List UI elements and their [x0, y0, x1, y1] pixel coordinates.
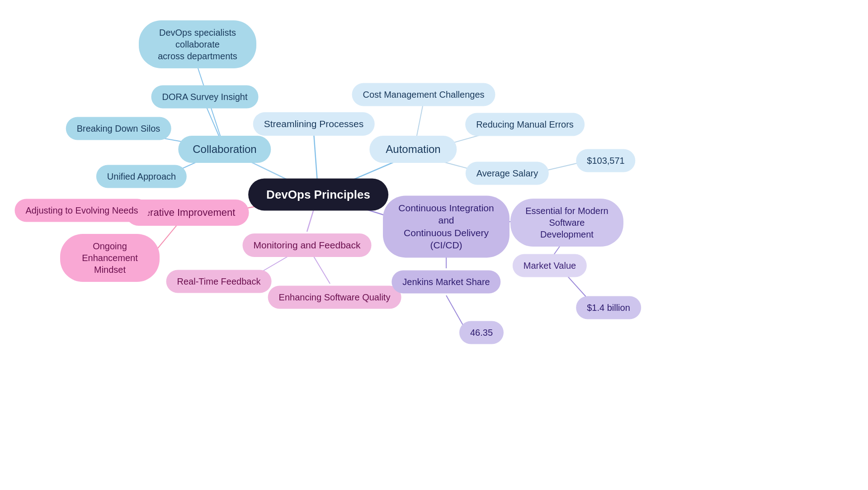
- breaking-down-silos-node: Breaking Down Silos: [66, 117, 171, 140]
- adjusting-node: Adjusting to Evolving Needs: [14, 199, 149, 222]
- monitoring-node: Monitoring and Feedback: [243, 233, 372, 257]
- automation-node: Automation: [369, 136, 457, 163]
- market-value-node: Market Value: [513, 254, 587, 277]
- center-node: DevOps Principles: [248, 179, 388, 211]
- devops-specialists-node: DevOps specialists collaborateacross dep…: [139, 20, 256, 68]
- collaboration-node: Collaboration: [178, 136, 271, 163]
- essential-node: Essential for Modern SoftwareDevelopment: [510, 199, 623, 247]
- market-value-num-node: $1.4 billion: [576, 296, 641, 319]
- ongoing-enhancement-node: Ongoing EnhancementMindset: [60, 234, 160, 282]
- mindmap-container: DevOps Principles Collaboration DevOps s…: [0, 0, 868, 490]
- enhancing-software-node: Enhancing Software Quality: [268, 286, 401, 309]
- streamlining-node: Streamlining Processes: [253, 112, 375, 136]
- reducing-manual-node: Reducing Manual Errors: [465, 113, 585, 136]
- cicd-node: Continuous Integration andContinuous Del…: [383, 195, 509, 257]
- unified-approach-node: Unified Approach: [96, 165, 187, 188]
- dora-survey-node: DORA Survey Insight: [151, 86, 259, 109]
- average-salary-node: Average Salary: [466, 162, 549, 185]
- cost-management-node: Cost Management Challenges: [352, 83, 495, 106]
- svg-line-20: [446, 295, 463, 326]
- salary-value-node: $103,571: [576, 149, 635, 172]
- realtime-feedback-node: Real-Time Feedback: [166, 270, 272, 293]
- jenkins-value-node: 46.35: [459, 321, 504, 344]
- jenkins-node: Jenkins Market Share: [392, 271, 500, 294]
